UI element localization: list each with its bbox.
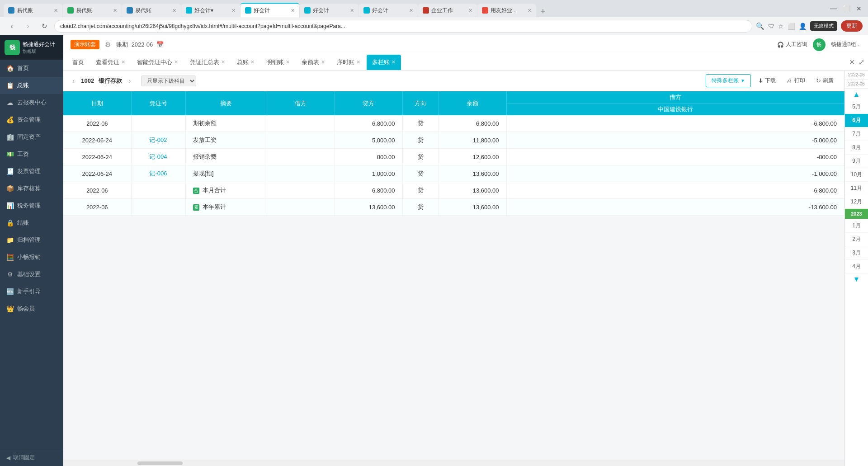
tab-general-ledger[interactable]: 总账 ✕ <box>231 55 260 70</box>
minimize-button[interactable]: — <box>828 3 839 14</box>
tab-homepage[interactable]: 首页 <box>67 55 90 70</box>
sidebar-item-close[interactable]: 🔒 结账 <box>0 214 63 231</box>
settings-topbar-icon[interactable]: ⚙ <box>105 41 111 49</box>
tab-multi-column[interactable]: 多栏账 ✕ <box>367 55 401 70</box>
date-nav-item-3[interactable]: 3月 <box>845 246 868 260</box>
browser-tab-9[interactable]: 用友好业... ✕ <box>477 4 536 17</box>
demo-badge: 演示账套 <box>71 40 99 49</box>
tab-close-summary[interactable]: ✕ <box>221 59 225 65</box>
date-nav-scroll-down[interactable]: ▼ <box>845 273 868 285</box>
sidebar-item-tax[interactable]: 📊 税务管理 <box>0 197 63 214</box>
tab-balance-sheet[interactable]: 余额表 ✕ <box>296 55 330 70</box>
prev-account-button[interactable]: ‹ <box>71 77 76 85</box>
browser-tab-8[interactable]: 企业工作 ✕ <box>418 4 477 17</box>
extend-icon[interactable]: ⬜ <box>788 23 795 30</box>
sidebar-item-salary[interactable]: 💵 工资 <box>0 146 63 163</box>
date-nav-item-2[interactable]: 2月 <box>845 233 868 246</box>
tab-voucher-view[interactable]: 查看凭证 ✕ <box>90 55 131 70</box>
browser-tab-4[interactable]: 好会计▾ ✕ <box>181 4 240 17</box>
voucher-link-004[interactable]: 记-004 <box>131 149 185 165</box>
tab-smart-voucher[interactable]: 智能凭证中心 ✕ <box>132 55 184 70</box>
close-window-button[interactable]: ✕ <box>854 3 864 14</box>
ledger-area: ‹ 1002 银行存款 › 只显示下级科目 特殊多栏账 ▼ ⬇ <box>63 71 844 466</box>
tab-close-3[interactable]: ✕ <box>172 8 176 14</box>
tab-close-chr[interactable]: ✕ <box>356 59 360 65</box>
date-nav-item-1[interactable]: 1月 <box>845 219 868 233</box>
tab-close-2[interactable]: ✕ <box>113 8 117 14</box>
browser-tab-5[interactable]: 好会计 ✕ <box>241 3 299 17</box>
collapse-icon[interactable]: ✕ <box>849 58 855 66</box>
tab-close-4[interactable]: ✕ <box>231 8 236 14</box>
expand-icon[interactable]: ⤢ <box>859 58 864 66</box>
address-input[interactable]: cloud2.chanjet.com/accounting/uh26t264j5… <box>54 20 752 33</box>
forward-button[interactable]: › <box>22 20 34 33</box>
tab-close-6[interactable]: ✕ <box>350 8 354 14</box>
tab-close-5[interactable]: ✕ <box>291 8 295 14</box>
sidebar-item-ledger[interactable]: 📋 总账 <box>0 77 63 94</box>
horizontal-scrollbar[interactable] <box>63 460 844 466</box>
date-nav-scroll-up[interactable]: ▲ <box>845 89 868 100</box>
tab-close-1[interactable]: ✕ <box>54 8 58 14</box>
tab-voucher-summary[interactable]: 凭证汇总表 ✕ <box>184 55 231 70</box>
date-nav-year-2023[interactable]: 2023 <box>845 209 868 219</box>
search-icon[interactable]: 🔍 <box>756 22 764 30</box>
tab-close-dl[interactable]: ✕ <box>286 59 290 65</box>
date-nav-item-8[interactable]: 8月 <box>845 141 868 155</box>
tab-close-8[interactable]: ✕ <box>468 8 472 14</box>
back-button[interactable]: ‹ <box>5 20 18 33</box>
tab-close-mc[interactable]: ✕ <box>392 59 396 65</box>
pin-button[interactable]: ◀ 取消固定 <box>6 454 57 461</box>
sidebar-item-member[interactable]: 👑 畅会员 <box>0 300 63 317</box>
tab-close-smart[interactable]: ✕ <box>174 59 178 65</box>
filter-select[interactable]: 只显示下级科目 <box>141 75 196 86</box>
browser-tab-1[interactable]: 易代账 ✕ <box>4 4 62 17</box>
tab-chronological[interactable]: 序时账 ✕ <box>331 55 366 70</box>
settings-browser-icon[interactable]: 👤 <box>799 23 807 30</box>
tab-close-9[interactable]: ✕ <box>528 8 532 14</box>
tab-detail-ledger[interactable]: 明细账 ✕ <box>261 55 295 70</box>
tab-close-voucher[interactable]: ✕ <box>121 59 125 65</box>
consult-button[interactable]: 🎧 人工咨询 <box>777 41 807 48</box>
date-nav-item-5[interactable]: 5月 <box>845 100 868 114</box>
date-nav-item-10[interactable]: 10月 <box>845 168 868 182</box>
new-tab-button[interactable]: ＋ <box>537 5 549 17</box>
reload-button[interactable]: ↻ <box>38 20 51 33</box>
multi-col-button[interactable]: 特殊多栏账 ▼ <box>706 74 751 87</box>
update-button[interactable]: 更新 <box>841 20 863 32</box>
sidebar-item-inventory[interactable]: 📦 库存核算 <box>0 180 63 197</box>
sidebar-item-reports[interactable]: ☁ 云报表中心 <box>0 94 63 111</box>
voucher-link-006[interactable]: 记-006 <box>131 165 185 182</box>
tab-close-gl[interactable]: ✕ <box>250 59 255 65</box>
sidebar-item-invoice[interactable]: 🧾 发票管理 <box>0 163 63 180</box>
maximize-button[interactable]: ⬜ <box>841 3 852 14</box>
voucher-link-002[interactable]: 记-002 <box>131 132 185 149</box>
next-account-button[interactable]: › <box>127 77 132 85</box>
archive-icon: 📁 <box>6 236 14 244</box>
tab-close-bs[interactable]: ✕ <box>321 59 325 65</box>
sidebar-item-guide[interactable]: 🆕 新手引导 <box>0 283 63 300</box>
calendar-icon[interactable]: 📅 <box>156 41 164 48</box>
home-icon: 🏠 <box>6 65 14 72</box>
refresh-button[interactable]: ↻ 刷新 <box>812 75 837 86</box>
date-nav-item-12[interactable]: 12月 <box>845 195 868 209</box>
sidebar-item-archive[interactable]: 📁 归档管理 <box>0 231 63 249</box>
date-nav-item-11[interactable]: 11月 <box>845 182 868 195</box>
bookmark-icon[interactable]: ☆ <box>778 23 784 30</box>
sidebar-item-settings[interactable]: ⚙ 基础设置 <box>0 266 63 283</box>
sidebar-item-expense[interactable]: 🧮 小畅报销 <box>0 249 63 266</box>
sidebar-item-funds[interactable]: 💰 资金管理 <box>0 111 63 128</box>
date-nav-item-9[interactable]: 9月 <box>845 155 868 168</box>
browser-tab-7[interactable]: 好会计 ✕ <box>359 4 418 17</box>
sidebar-item-home[interactable]: 🏠 首页 <box>0 60 63 77</box>
tab-close-7[interactable]: ✕ <box>409 8 413 14</box>
browser-tab-3[interactable]: 易代账 ✕ <box>122 4 181 17</box>
print-button[interactable]: 🖨 打印 <box>783 75 809 86</box>
browser-tab-6[interactable]: 好会计 ✕ <box>300 4 359 17</box>
date-nav-item-6[interactable]: 6月 <box>845 114 868 127</box>
download-button[interactable]: ⬇ 下载 <box>755 75 779 86</box>
date-nav-item-4[interactable]: 4月 <box>845 260 868 273</box>
browser-tab-2[interactable]: 易代账 ✕ <box>63 4 122 17</box>
sidebar-item-assets[interactable]: 🏢 固定资产 <box>0 128 63 146</box>
incognito-badge: 无痕模式 <box>810 21 837 31</box>
date-nav-item-7[interactable]: 7月 <box>845 127 868 141</box>
